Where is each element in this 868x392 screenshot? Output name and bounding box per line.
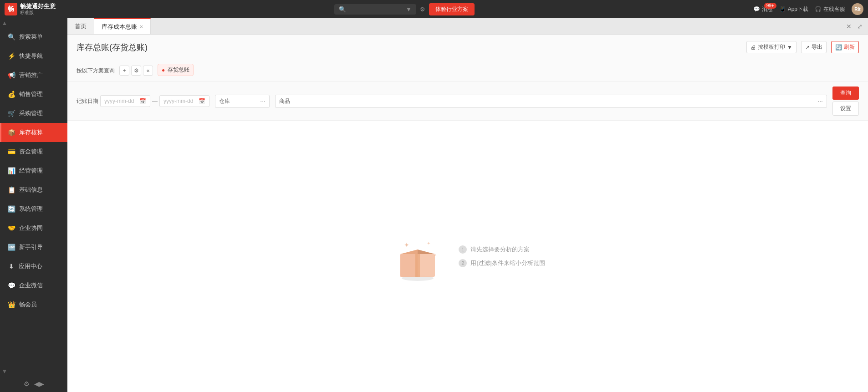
- print-btn[interactable]: 🖨 按模板打印 ▼: [746, 41, 797, 53]
- product-more-icon: ···: [817, 97, 823, 105]
- filter-area: 按以下方案查询 + ⚙ « ● 存货总账: [67, 58, 868, 82]
- sidebar-item-marketing[interactable]: 📢 营销推广: [0, 66, 67, 85]
- top-bar-left: 畅 畅捷通好生意 标准版: [5, 3, 56, 15]
- top-bar-right: 💬 消息 99+ 📱 App下载 🎧 在线客服 Rit: [753, 3, 863, 15]
- sidebar-item-purchase[interactable]: 🛒 采购管理: [0, 104, 67, 123]
- svg-marker-3: [418, 249, 435, 254]
- search-area[interactable]: 🔍 ▼: [334, 4, 416, 15]
- enterprise-icon: 🤝: [8, 224, 15, 232]
- tab-bar-right: ✕ ⤢: [844, 21, 868, 32]
- filter-collapse-button[interactable]: «: [143, 66, 153, 76]
- filter-scheme-row[interactable]: ● 存货总账: [158, 64, 194, 76]
- message-icon: 💬: [753, 6, 760, 12]
- marketing-icon: 📢: [8, 71, 15, 79]
- sidebar-item-sales[interactable]: 💰 销售管理: [0, 85, 67, 104]
- main-layout: ▲ 🔍 搜索菜单 ⚡ 快捷导航 📢 营销推广 💰 销售管理 🛒 采购管理 📦 库…: [0, 18, 868, 392]
- date-to-input[interactable]: yyyy-mm-dd 📅: [159, 95, 209, 107]
- date-from-input[interactable]: yyyy-mm-dd 📅: [100, 95, 150, 107]
- tab-bar-expand-icon[interactable]: ⤢: [855, 21, 864, 32]
- query-button[interactable]: 查询: [832, 87, 859, 100]
- industry-btn[interactable]: 体验行业方案: [429, 3, 475, 15]
- tab-bar: 首页 库存成本总账 × ✕ ⤢: [67, 18, 868, 35]
- page-header: 库存总账(存货总账) 🖨 按模板打印 ▼ ↗ 导出 🔄 刷新: [67, 35, 868, 58]
- calendar-from-icon[interactable]: 📅: [139, 98, 146, 104]
- sidebar-item-enterprise-wechat[interactable]: 💬 企业微信: [0, 276, 67, 295]
- product-field[interactable]: 商品 ···: [275, 95, 827, 108]
- sidebar-item-inventory[interactable]: 📦 库存核算: [0, 123, 67, 142]
- sidebar-scroll-up[interactable]: ▲: [0, 18, 9, 27]
- top-bar-center: 🔍 ▼ ⚙ 体验行业方案: [56, 3, 753, 15]
- tab-home[interactable]: 首页: [67, 18, 94, 34]
- tab-active[interactable]: 库存成本总账 ×: [94, 18, 151, 34]
- scheme-icon: ●: [162, 67, 165, 73]
- app-download-item[interactable]: 📱 App下载: [779, 5, 808, 13]
- sidebar-item-system[interactable]: 🔄 系统管理: [0, 199, 67, 219]
- hint-num-1: 1: [459, 245, 467, 254]
- finance-icon: 💳: [8, 148, 15, 155]
- search-menu-icon: 🔍: [8, 33, 15, 41]
- headset-icon: 🎧: [815, 6, 822, 12]
- date-label: 记账日期: [77, 97, 98, 105]
- hint-item-1: 1 请先选择要分析的方案: [459, 245, 545, 254]
- settings-icon[interactable]: ⚙: [420, 6, 425, 13]
- date-field: 记账日期 yyyy-mm-dd 📅 — yyyy-mm-dd 📅: [77, 95, 209, 107]
- query-row: 记账日期 yyyy-mm-dd 📅 — yyyy-mm-dd 📅 仓库 ···: [67, 82, 868, 121]
- filter-add-button[interactable]: +: [119, 66, 129, 76]
- sidebar-item-quick-nav[interactable]: ⚡ 快捷导航: [0, 46, 67, 66]
- hint-item-2: 2 用[过滤]条件来缩小分析范围: [459, 259, 545, 267]
- operation-icon: 📊: [8, 167, 15, 174]
- top-bar: 畅 畅捷通好生意 标准版 🔍 ▼ ⚙ 体验行业方案 💬 消息 99+ 📱 App…: [0, 0, 868, 18]
- print-dropdown-icon: ▼: [787, 44, 792, 51]
- system-icon: 🔄: [8, 205, 15, 213]
- export-icon: ↗: [805, 44, 810, 51]
- svg-rect-4: [400, 254, 418, 277]
- sidebar-scroll-down[interactable]: ▼: [0, 367, 9, 376]
- search-dropdown-icon[interactable]: ▼: [406, 6, 412, 13]
- app-center-icon: ⬇: [8, 263, 15, 270]
- tab-close-icon[interactable]: ×: [140, 24, 143, 30]
- refresh-btn[interactable]: 🔄 刷新: [831, 41, 859, 53]
- warehouse-label: 仓库: [219, 97, 230, 105]
- sidebar-settings-icon[interactable]: ⚙: [24, 380, 30, 387]
- sidebar-item-operation[interactable]: 📊 经营管理: [0, 161, 67, 180]
- page-content: 库存总账(存货总账) 🖨 按模板打印 ▼ ↗ 导出 🔄 刷新: [67, 35, 868, 392]
- warehouse-field[interactable]: 仓库 ···: [215, 95, 270, 108]
- sidebar: ▲ 🔍 搜索菜单 ⚡ 快捷导航 📢 营销推广 💰 销售管理 🛒 采购管理 📦 库…: [0, 18, 67, 392]
- filter-label: 按以下方案查询: [77, 64, 115, 75]
- filter-settings-button[interactable]: ⚙: [131, 66, 141, 76]
- svg-text:✦: ✦: [434, 253, 437, 257]
- message-item[interactable]: 💬 消息 99+: [753, 5, 773, 13]
- sales-icon: 💰: [8, 91, 15, 98]
- sidebar-item-enterprise[interactable]: 🤝 企业协同: [0, 219, 67, 238]
- sidebar-collapse-icon[interactable]: ◀▶: [34, 380, 44, 387]
- online-service-item[interactable]: 🎧 在线客服: [815, 5, 845, 13]
- user-avatar[interactable]: Rit: [852, 3, 863, 15]
- product-label: 商品: [279, 97, 290, 105]
- logo-icon: 畅: [5, 3, 17, 15]
- svg-rect-5: [415, 254, 420, 277]
- tab-bar-close-icon[interactable]: ✕: [844, 21, 853, 32]
- export-btn[interactable]: ↗ 导出: [801, 41, 827, 53]
- svg-text:✦: ✦: [427, 241, 430, 246]
- warehouse-more-icon: ···: [260, 97, 266, 105]
- sidebar-item-app-center[interactable]: ⬇ 应用中心: [0, 257, 67, 276]
- date-separator: —: [152, 98, 158, 104]
- sidebar-item-guide[interactable]: 🆕 新手引导: [0, 238, 67, 257]
- scheme-label: 存货总账: [168, 66, 189, 74]
- sidebar-item-finance[interactable]: 💳 资金管理: [0, 142, 67, 161]
- member-icon: 👑: [8, 301, 15, 308]
- svg-marker-2: [400, 249, 418, 254]
- query-actions: 查询 设置: [832, 87, 859, 116]
- empty-box-svg: ✦ ✦ ✦: [390, 229, 445, 284]
- purchase-icon: 🛒: [8, 110, 15, 117]
- logo-text: 畅捷通好生意 标准版: [20, 3, 56, 15]
- header-actions: 🖨 按模板打印 ▼ ↗ 导出 🔄 刷新: [746, 41, 859, 53]
- refresh-icon: 🔄: [835, 44, 842, 51]
- sidebar-item-search-menu[interactable]: 🔍 搜索菜单: [0, 27, 67, 46]
- inventory-icon: 📦: [8, 129, 15, 136]
- calendar-to-icon[interactable]: 📅: [199, 98, 205, 104]
- sidebar-item-member[interactable]: 👑 畅会员: [0, 295, 67, 314]
- guide-icon: 🆕: [8, 244, 15, 251]
- settings-button[interactable]: 设置: [832, 102, 859, 116]
- sidebar-item-basic-info[interactable]: 📋 基础信息: [0, 180, 67, 199]
